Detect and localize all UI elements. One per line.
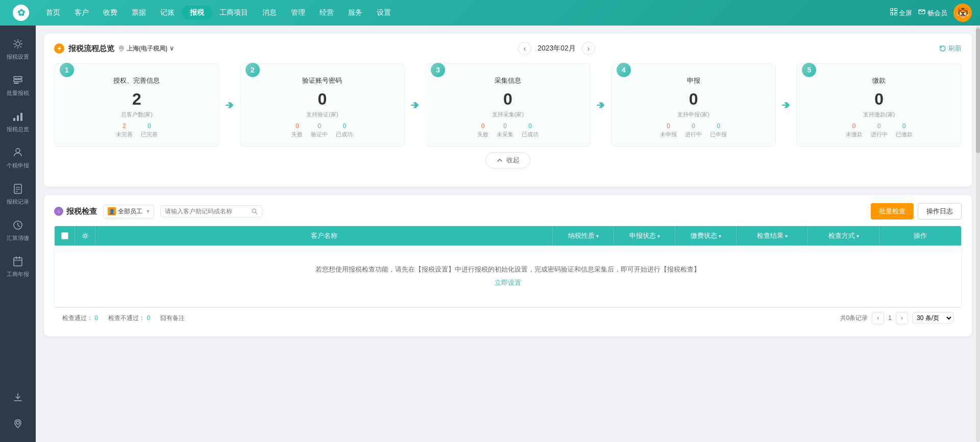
step-5-sub: 支持缴款(家)	[805, 111, 953, 118]
step-1-sub: 总客户数(家)	[63, 111, 211, 118]
step-5-stat-success[interactable]: 0	[896, 122, 913, 130]
svg-line-26	[255, 212, 257, 214]
setup-link[interactable]: 立即设置	[315, 276, 700, 289]
step-2-count: 0	[249, 89, 397, 109]
prev-month-btn[interactable]: ‹	[518, 42, 531, 55]
collapse-btn[interactable]: 收起	[485, 152, 530, 168]
nav-item-home[interactable]: 首页	[39, 5, 67, 20]
th-check-result[interactable]: 检查结果 ▾	[737, 226, 808, 245]
fullscreen-btn[interactable]: 全屏	[890, 8, 913, 18]
nav-item-settings[interactable]: 设置	[370, 5, 398, 20]
th-check-method[interactable]: 检查方式 ▾	[808, 226, 879, 245]
sidebar-item-annual-report[interactable]: 工商年报	[0, 248, 36, 284]
nav-item-bookkeeping[interactable]: 记账	[153, 5, 182, 20]
top-nav: ✿ 首页 客户 收费 票据 记账 报税 工商项目 消息 管理 经营 服务 设置 …	[0, 0, 980, 26]
step-5-stat-fail[interactable]: 0	[846, 122, 863, 130]
step-3-stat-fail[interactable]: 0	[477, 122, 488, 130]
step-3-title: 采集信息	[434, 76, 582, 85]
refresh-btn[interactable]: 刷新	[939, 44, 962, 53]
step-4-stat-pending[interactable]: 0	[685, 122, 702, 130]
location-badge[interactable]: 上海(电子税局) ∨	[118, 44, 174, 53]
sidebar-item-tax-record[interactable]: 报税记录	[0, 176, 36, 212]
th-declare-status[interactable]: 申报状态 ▾	[614, 226, 675, 245]
personal-tax-icon	[11, 145, 25, 160]
nav-item-customer[interactable]: 客户	[67, 5, 96, 20]
user-avatar[interactable]: 🐯	[953, 4, 972, 22]
step-4-stat-fail[interactable]: 0	[660, 122, 677, 130]
svg-point-23	[16, 421, 19, 424]
svg-rect-0	[890, 8, 893, 11]
sidebar-label-annual-report: 工商年报	[7, 271, 29, 278]
step-5-stat-pending[interactable]: 0	[871, 122, 888, 130]
next-page-btn[interactable]: ›	[896, 312, 908, 324]
step-1-stat-fail[interactable]: 2	[116, 122, 133, 130]
th-settings[interactable]	[75, 226, 95, 245]
scrollbar[interactable]	[976, 26, 980, 442]
th-fee-status[interactable]: 缴费状态 ▾	[675, 226, 737, 245]
arrow-4	[776, 63, 796, 147]
step-3-stats: 0 失败 0 未采集 0 已成功	[434, 122, 582, 138]
download-icon	[11, 390, 25, 404]
nav-item-invoice[interactable]: 票据	[125, 5, 153, 20]
step-2-stat-success[interactable]: 0	[336, 122, 353, 130]
nav-item-manage[interactable]: 管理	[284, 5, 312, 20]
sidebar-label-personal-tax: 个税申报	[7, 162, 29, 169]
current-month: 2023年02月	[537, 44, 576, 53]
search-input[interactable]	[165, 208, 251, 215]
svg-rect-1	[895, 8, 897, 11]
sidebar-item-personal-tax[interactable]: 个税申报	[0, 139, 36, 176]
pass-count: 检查通过： 0	[62, 314, 98, 323]
sidebar-item-download[interactable]	[0, 384, 36, 410]
left-sidebar: 报税设置 批量报税 报税总览 个税申报 报税记录 汇算清缴 工商年报	[0, 26, 36, 442]
step-5-title: 缴款	[805, 76, 953, 85]
vip-btn[interactable]: 畅会员	[918, 8, 947, 18]
prev-page-btn[interactable]: ‹	[872, 312, 884, 324]
step-3-number: 3	[431, 63, 445, 77]
step-2-stat-pending[interactable]: 0	[311, 122, 328, 130]
step-3-stat-pending[interactable]: 0	[497, 122, 513, 130]
pass-count-link[interactable]: 0	[94, 314, 98, 322]
operation-log-btn[interactable]: 操作日志	[918, 203, 962, 219]
search-input-wrap	[160, 205, 262, 217]
step-4-count: 0	[620, 89, 768, 109]
nav-item-tax[interactable]: 报税	[182, 6, 212, 20]
th-tax-nature[interactable]: 纳税性质 ▾	[553, 226, 614, 245]
svg-rect-9	[13, 118, 15, 121]
step-4-stat-success[interactable]: 0	[710, 122, 727, 130]
step-1-stat-success[interactable]: 0	[141, 122, 158, 130]
sidebar-label-tax-settings: 报税设置	[7, 53, 29, 61]
batch-check-btn[interactable]: 批量检查	[871, 203, 914, 219]
nav-item-charge[interactable]: 收费	[96, 5, 125, 20]
sidebar-item-settlement[interactable]: 汇算清缴	[0, 212, 36, 248]
step-2-stat-fail[interactable]: 0	[291, 122, 303, 130]
sidebar-item-location[interactable]	[0, 410, 36, 437]
nav-item-message[interactable]: 消息	[255, 5, 284, 20]
fail-count-link[interactable]: 0	[146, 314, 150, 322]
nav-items: 首页 客户 收费 票据 记账 报税 工商项目 消息 管理 经营 服务 设置	[39, 5, 890, 20]
step-4-sub: 支持申报(家)	[620, 111, 768, 118]
employee-select[interactable]: 👤 全部员工 ▾	[103, 205, 154, 218]
month-nav: ‹ 2023年02月 ›	[518, 42, 595, 55]
check-title-icon: ○	[54, 207, 63, 216]
step-5-stats: 0 未缴款 0 进行中 0 已缴款	[805, 122, 953, 138]
step-3-stat-success[interactable]: 0	[522, 122, 538, 130]
sidebar-item-tax-overview[interactable]: 报税总览	[0, 103, 36, 139]
nav-item-service[interactable]: 服务	[341, 5, 370, 20]
next-month-btn[interactable]: ›	[582, 42, 595, 55]
nav-item-business[interactable]: 工商项目	[212, 5, 255, 20]
sidebar-item-tax-settings[interactable]: 报税设置	[0, 31, 36, 67]
sidebar-item-batch-tax[interactable]: 批量报税	[0, 67, 36, 103]
check-actions: 批量检查 操作日志	[871, 203, 962, 219]
step-4: 4 申报 0 支持申报(家) 0 未申报 0 进行中 0 已申报	[611, 63, 776, 147]
flow-title-icon: +	[54, 43, 64, 54]
page-size-select[interactable]: 30 条/页 50 条/页 100 条/页	[912, 312, 953, 324]
header-checkbox[interactable]	[61, 232, 68, 239]
nav-item-operation[interactable]: 经营	[312, 5, 341, 20]
location-icon	[11, 416, 25, 431]
sidebar-label-tax-record: 报税记录	[7, 198, 29, 206]
svg-rect-8	[14, 83, 19, 84]
search-icon[interactable]	[251, 208, 258, 215]
flow-overview-header: + 报税流程总览 上海(电子税局) ∨ ‹ 2023年02月 › 刷新	[54, 42, 962, 55]
step-5-count: 0	[805, 89, 953, 109]
check-header: ○ 报税检查 👤 全部员工 ▾ 批量检查 操作日志	[54, 203, 962, 219]
